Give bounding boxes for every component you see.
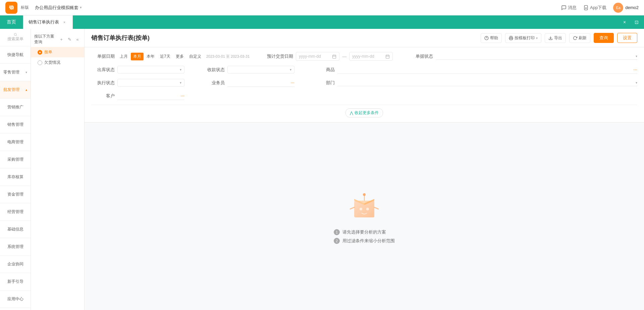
scheme-item-order[interactable]: ● 按单 [31,47,84,57]
department-select[interactable]: ▾ [337,80,637,86]
collapse-arrow-icon: ⋀ [350,111,353,115]
avatar: Ea [613,3,623,13]
sidebar-item-marketing[interactable]: 营销推广 [0,99,31,116]
refresh-button[interactable]: 刷新 [569,33,590,43]
order-status-label: 单据状态 [410,53,433,59]
active-dot: ● [38,50,42,55]
wholesale-arrow-icon: ▴ [25,88,27,92]
sidebar-item-newbie[interactable]: 新手引导 [0,273,31,291]
sidebar-item-purchase[interactable]: 采购管理 [0,151,31,168]
order-status-arrow-icon: ▾ [636,54,637,58]
tab-maximize-button[interactable]: ⊡ [632,17,641,27]
top-header: 锄 标版 办公用品行业模拟账套 ▾ 消息 App下载 Ea demo2 [0,0,644,15]
query-button[interactable]: 查询 [594,33,614,43]
help-button[interactable]: 帮助 [481,33,502,43]
execution-status-group: 执行状态 ▾ [91,79,184,87]
date-btn-this-month[interactable]: 本月 [131,53,144,60]
order-status-select[interactable]: ▾ [436,53,637,60]
app-download-button[interactable]: App下载 [583,5,606,11]
shipment-status-group: 出库状态 ▾ [91,66,184,73]
sidebar-item-inventory[interactable]: 库存核算 [0,168,31,186]
sidebar: 搜索菜单 快捷导航 零售管理 ▾ 批发管理 ▴ 营销推广 销售管理 电商管理 采… [0,29,31,310]
sidebar-item-operation[interactable]: 经营管理 [0,203,31,221]
svg-point-20 [363,193,366,196]
execution-status-select[interactable]: ▾ [117,79,184,87]
download-icon [583,5,589,10]
edit-scheme-button[interactable]: ✎ [66,36,73,43]
sidebar-item-sales[interactable]: 销售管理 [0,116,31,134]
export-icon [548,36,553,40]
sidebar-item-quick-nav[interactable]: 快捷导航 [0,46,31,64]
sidebar-item-wechat[interactable]: 企业微信 [0,308,31,310]
settings-button[interactable]: 设置 [617,33,637,43]
salesperson-select[interactable]: ··· [227,79,294,87]
message-icon [561,5,567,10]
salesperson-group: 业务员 ··· [201,79,294,87]
sidebar-item-wholesale[interactable]: 批发管理 ▴ [0,81,31,99]
header-right: 消息 App下载 Ea demo2 [561,3,639,13]
page-header: 销售订单执行表(按单) 帮助 按模板打印 ▾ 导出 [85,29,644,47]
sidebar-item-retail[interactable]: 零售管理 ▾ [0,64,31,81]
execution-arrow-icon: ▾ [180,81,181,85]
sidebar-item-apps[interactable]: 应用中心 [0,291,31,308]
sidebar-item-basic[interactable]: 基础信息 [0,221,31,238]
tab-close-icon[interactable]: × [62,19,67,25]
date-btn-custom[interactable]: 自定义 [187,53,204,60]
collapse-filter-button[interactable]: ⋀ 收起更多条件 [345,108,383,117]
date-range-text: 2023-03-01 至 2023-03-31 [206,54,250,59]
filter-row-4: 客户 ··· [91,92,637,100]
customer-group: 客户 ··· [91,92,184,100]
tip-num-1: 1 [334,229,340,235]
customer-more-icon: ··· [180,93,184,98]
message-button[interactable]: 消息 [561,5,577,11]
svg-point-2 [14,33,16,36]
collapse-panel-button[interactable]: « [74,36,81,43]
sidebar-item-ecommerce[interactable]: 电商管理 [0,134,31,151]
export-button[interactable]: 导出 [545,33,566,43]
print-button[interactable]: 按模板打印 ▾ [505,33,541,43]
add-scheme-button[interactable]: + [58,36,65,43]
collection-status-label: 收款状态 [201,67,225,73]
main-layout: 搜索菜单 快捷导航 零售管理 ▾ 批发管理 ▴ 营销推广 销售管理 电商管理 采… [0,29,644,310]
empty-tips: 1 请先选择要分析的方案 2 用过滤条件来缩小分析范围 [334,229,395,244]
shipment-status-select[interactable]: ▾ [117,66,184,73]
tab-minimize-button[interactable]: × [620,17,629,27]
date-btn-7days[interactable]: 近7天 [158,53,173,60]
date-btn-this-year[interactable]: 本年 [144,53,157,60]
calendar-icon-from [332,54,336,59]
filter-collapse-row: ⋀ 收起更多条件 [91,105,637,117]
execution-status-label: 执行状态 [91,80,115,86]
product-select[interactable]: ··· [337,65,637,74]
search-icon [13,33,18,36]
svg-line-21 [350,207,354,209]
date-btn-last-month[interactable]: 上月 [117,53,130,60]
tab-bar: 首页 销售订单执行表 × × ⊡ [0,15,644,29]
svg-rect-8 [333,55,336,58]
empty-tip-2: 2 用过滤条件来缩小分析范围 [334,238,395,244]
expected-date-to[interactable]: yyyy-mm-dd [349,52,393,61]
tab-home[interactable]: 首页 [0,15,23,29]
product-more-icon: ··· [633,67,637,72]
filter-area: 单据日期 上月 本月 本年 近7天 更多 自定义 2023-03-01 至 20… [85,47,644,122]
collection-status-select[interactable]: ▾ [227,66,294,73]
tab-active[interactable]: 销售订单执行表 × [23,15,73,29]
retail-arrow-icon: ▾ [25,70,27,74]
empty-illustration [347,189,381,222]
app-selector[interactable]: 办公用品行业模拟账套 ▾ [32,3,85,12]
app-logo: 锄 [5,2,17,14]
left-panel-icons: + ✎ « [58,36,81,43]
date-btn-more[interactable]: 更多 [173,53,186,60]
sidebar-item-system[interactable]: 系统管理 [0,238,31,256]
department-arrow-icon: ▾ [636,81,637,85]
expected-date-from[interactable]: yyyy-mm-dd [296,52,339,61]
svg-rect-6 [510,38,512,40]
customer-select[interactable]: ··· [117,92,184,100]
user-profile[interactable]: Ea demo2 [613,3,639,13]
filter-row-1: 单据日期 上月 本月 本年 近7天 更多 自定义 2023-03-01 至 20… [91,52,637,61]
sidebar-search[interactable]: 搜索菜单 [0,29,31,46]
sidebar-item-finance[interactable]: 资金管理 [0,186,31,203]
collection-arrow-icon: ▾ [290,68,291,71]
sidebar-item-enterprise[interactable]: 企业协同 [0,256,31,273]
page-header-actions: 帮助 按模板打印 ▾ 导出 刷新 [481,33,637,43]
scheme-item-debt[interactable]: 欠货情况 [31,57,84,68]
